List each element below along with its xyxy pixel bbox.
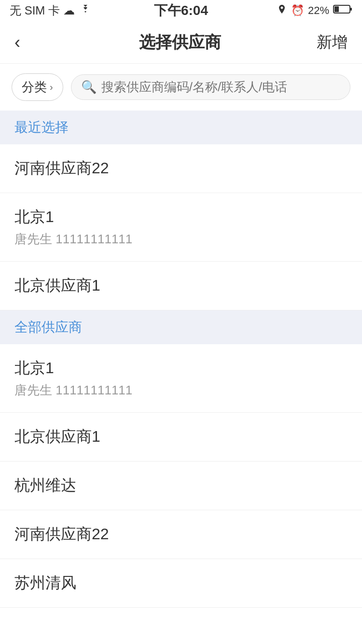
filter-bar: 分类 › 🔍	[0, 64, 362, 111]
list-item[interactable]: 河南供应商22	[0, 510, 362, 559]
page-title: 选择供应商	[139, 31, 221, 54]
search-box[interactable]: 🔍	[71, 74, 350, 100]
all-section-label: 全部供应商	[14, 320, 82, 335]
item-name: 河南供应商22	[14, 158, 348, 179]
item-name: 北京供应商1	[14, 275, 348, 296]
item-sub: 唐先生 11111111111	[14, 382, 348, 399]
list-item[interactable]: 苏州清风	[0, 559, 362, 608]
item-name: 北京1	[14, 358, 348, 379]
battery-text: 22%	[308, 4, 329, 17]
all-section-header: 全部供应商	[0, 310, 362, 344]
status-right: ⏰ 22%	[277, 4, 352, 17]
svg-rect-2	[350, 8, 352, 11]
list-item[interactable]: 北京1唐先生 11111111111	[0, 193, 362, 262]
battery-icon	[333, 4, 352, 17]
category-label: 分类	[22, 79, 47, 96]
chevron-right-icon: ›	[50, 82, 53, 93]
recent-section-header: 最近选择	[0, 111, 362, 144]
all-items-list: 北京1唐先生 11111111111北京供应商1杭州维达河南供应商22苏州清风	[0, 344, 362, 608]
location-icon	[277, 4, 287, 17]
no-sim-text: 无 SIM 卡 ☁	[10, 3, 75, 18]
list-item[interactable]: 杭州维达	[0, 462, 362, 510]
item-name: 苏州清风	[14, 573, 348, 594]
search-icon: 🔍	[81, 80, 97, 95]
item-name: 杭州维达	[14, 475, 348, 496]
alarm-icon: ⏰	[291, 4, 304, 17]
list-item[interactable]: 北京供应商1	[0, 262, 362, 310]
item-name: 北京1	[14, 207, 348, 228]
nav-bar: ‹ 选择供应商 新增	[0, 21, 362, 64]
status-left: 无 SIM 卡 ☁	[10, 3, 92, 18]
list-item[interactable]: 北京供应商1	[0, 413, 362, 462]
category-button[interactable]: 分类 ›	[12, 73, 63, 101]
item-sub: 唐先生 11111111111	[14, 231, 348, 248]
wifi-icon	[79, 4, 92, 17]
status-bar: 无 SIM 卡 ☁ 下午6:04 ⏰ 22%	[0, 0, 362, 21]
list-item[interactable]: 河南供应商22	[0, 144, 362, 193]
back-button[interactable]: ‹	[14, 32, 43, 53]
item-name: 北京供应商1	[14, 426, 348, 448]
add-button[interactable]: 新增	[317, 32, 348, 53]
svg-rect-1	[334, 6, 339, 12]
recent-items-list: 河南供应商22北京1唐先生 11111111111北京供应商1	[0, 144, 362, 310]
status-time: 下午6:04	[154, 1, 208, 20]
list-item[interactable]: 北京1唐先生 11111111111	[0, 344, 362, 413]
recent-section-label: 最近选择	[14, 120, 69, 135]
item-name: 河南供应商22	[14, 524, 348, 545]
search-input[interactable]	[101, 80, 340, 95]
